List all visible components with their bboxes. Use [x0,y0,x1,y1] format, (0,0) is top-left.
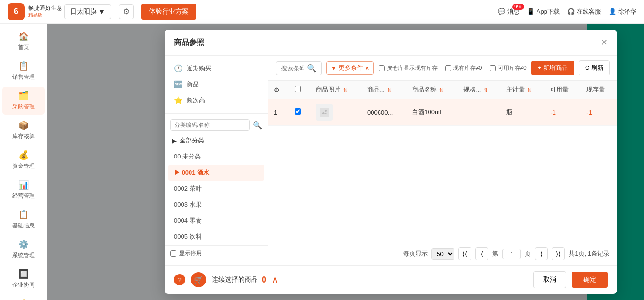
sort-icon-unit: ⇅ [528,87,531,92]
warehouse-checkbox-label[interactable]: 按仓库显示现有库存 [379,64,438,72]
product-search-input[interactable] [281,65,304,72]
finance-icon: 💰 [18,150,29,160]
category-list: ▶ 全部分类 00 未分类 ▶ 0001 酒水 0002 茶叶 0003 水果 … [165,133,268,245]
cell-spec [458,99,501,126]
top-nav: 6 畅捷通好生意 精品版 日太阳膜 ▼ ⚙ 体验行业方案 💬 消息 99+ 📱 … [0,0,644,24]
category-item-unclassified[interactable]: 00 未分类 [168,149,264,165]
add-product-button[interactable]: + 新增商品 [531,61,574,75]
last-page-button[interactable]: ⟩⟩ [552,247,565,260]
enterprise-icon: 🔲 [18,269,29,279]
first-page-button[interactable]: ⟨⟨ [458,247,471,260]
usable-checkbox[interactable] [490,65,496,71]
cancel-button[interactable]: 取消 [533,271,566,288]
sub-expand-icon: ▶ [174,169,180,176]
stock-checkbox[interactable] [445,65,451,71]
chevron-up-icon: ∧ [365,65,370,72]
display-disabled-row: 显示停用 [165,245,268,261]
home-icon: 🏠 [18,31,29,42]
left-panel: 🕐 近期购买 🆕 新品 ⭐ 频次高 [165,56,268,265]
cell-unit: 瓶 [501,99,545,126]
category-item-fruit[interactable]: 0003 水果 [168,197,264,213]
new-icon: 🆕 [174,80,183,89]
help-button[interactable]: ? [174,274,185,285]
cell-checkbox[interactable] [289,99,310,126]
chevron-down-icon: ▼ [99,8,105,16]
search-icon[interactable]: 🔍 [307,64,316,73]
online-service-button[interactable]: 🎧 在线客服 [567,8,601,16]
toolbar: 🔍 ▼ 更多条件 ∧ 按仓库显示现有库存 [268,56,617,81]
warehouse-checkbox[interactable] [379,65,385,71]
display-disabled-checkbox[interactable] [170,250,176,257]
category-search-input[interactable] [170,119,250,131]
user-profile[interactable]: 👤 徐泽华 [609,8,636,16]
table-row[interactable]: 1 000600... 白酒100ml [268,99,617,126]
refresh-button[interactable]: C 刷新 [579,60,610,75]
messages-button[interactable]: 💬 消息 99+ [498,8,520,16]
product-thumbnail [316,104,333,121]
sort-icon-code: ⇅ [388,87,391,92]
sidebar-item-enterprise[interactable]: 🔲 企业协同 [2,265,45,293]
app-download-button[interactable]: 📱 App下载 [527,8,560,16]
product-search-box: 🔍 [276,61,322,75]
headset-icon: 🎧 [567,8,575,15]
star-icon: ⭐ [174,96,183,105]
sidebar-item-home[interactable]: 🏠 首页 [2,27,45,55]
inventory-icon: 📦 [18,120,29,131]
next-page-button[interactable]: ⟩ [535,247,548,260]
collapse-icon[interactable]: ∧ [272,275,278,285]
nav-center: 日太阳膜 ▼ ⚙ 体验行业方案 [64,4,498,20]
sidebar-item-basic-info[interactable]: 📋 基础信息 [2,206,45,233]
category-search-icon[interactable]: 🔍 [253,121,262,130]
settings-icon[interactable]: ⚙ [119,4,134,19]
phone-icon: 📱 [527,8,535,15]
sidebar-item-system[interactable]: ⚙️ 系统管理 [2,235,45,263]
category-all[interactable]: ▶ 全部分类 [168,133,264,149]
pagination: 每页显示 50 ⟨⟨ ⟨ 第 页 ⟩ ⟩⟩ 共1页, 1条记录 [268,242,617,265]
category-item-liquor[interactable]: ▶ 0001 酒水 [168,165,264,181]
category-item-snack[interactable]: 0004 零食 [168,213,264,229]
filter-button[interactable]: ▼ 更多条件 ∧ [326,61,374,75]
dialog-title: 商品参照 [174,38,204,48]
dialog-body: 🕐 近期购买 🆕 新品 ⭐ 频次高 [165,56,617,265]
sidebar-item-sales[interactable]: 📋 销售管理 [2,57,45,85]
footer-selected: 连续选择的商品 0 [212,275,266,285]
main-layout: 🏠 首页 📋 销售管理 🗂️ 采购管理 📦 库存核算 💰 资金管理 📊 经营管理… [0,24,644,300]
usable-checkbox-label[interactable]: 可用库存≠0 [490,64,527,72]
row-checkbox[interactable] [295,108,301,115]
sales-icon: 📋 [18,61,29,71]
category-item-tea[interactable]: 0002 茶叶 [168,181,264,197]
product-table-area: ⚙ 商品图片 ⇅ 商品... ⇅ [268,81,617,242]
cart-button[interactable]: 🛒 [191,272,206,287]
expand-icon: ▶ [172,137,177,144]
trial-button[interactable]: 体验行业方案 [141,4,196,20]
sidebar-item-finance[interactable]: 💰 资金管理 [2,146,45,174]
main-content: 商品参照 ✕ 🕐 近期购买 🆕 新品 [47,24,644,300]
operations-icon: 📊 [18,180,29,190]
nav-dropdown[interactable]: 日太阳膜 ▼ [64,4,111,19]
select-all-checkbox[interactable] [295,86,301,92]
sidebar-item-operations[interactable]: 📊 经营管理 [2,176,45,204]
sidebar-item-inventory[interactable]: 📦 库存核算 [2,117,45,144]
prev-page-button[interactable]: ⟨ [475,247,488,260]
sort-icon: ⇅ [343,87,347,92]
sidebar-item-purchase[interactable]: 🗂️ 采购管理 [2,87,45,115]
logo-icon: 6 [8,3,25,20]
recent-purchase-item[interactable]: 🕐 近期购买 [170,61,262,75]
checkbox-row: 按仓库显示现有库存 现有库存≠0 可用库存≠0 [379,64,527,72]
col-usable: 可用量 [545,81,581,99]
sidebar-item-guide[interactable]: 🔔 新手引导 [2,295,45,300]
basic-info-icon: 📋 [18,209,29,220]
sidebar: 🏠 首页 📋 销售管理 🗂️ 采购管理 📦 库存核算 💰 资金管理 📊 经营管理… [0,24,47,300]
page-number-input[interactable] [502,249,521,259]
new-goods-item[interactable]: 🆕 新品 [170,77,262,92]
high-frequency-item[interactable]: ⭐ 频次高 [170,93,262,108]
col-checkbox[interactable] [289,81,310,99]
page-size-select[interactable]: 50 [431,248,454,260]
message-icon: 💬 [498,8,505,15]
category-item-beverage[interactable]: 0005 饮料 [168,229,264,245]
col-settings[interactable]: ⚙ [268,81,289,99]
cell-index: 1 [268,99,289,126]
confirm-button[interactable]: 确定 [572,272,608,288]
stock-checkbox-label[interactable]: 现有库存≠0 [445,64,482,72]
dialog-close-button[interactable]: ✕ [601,37,608,48]
